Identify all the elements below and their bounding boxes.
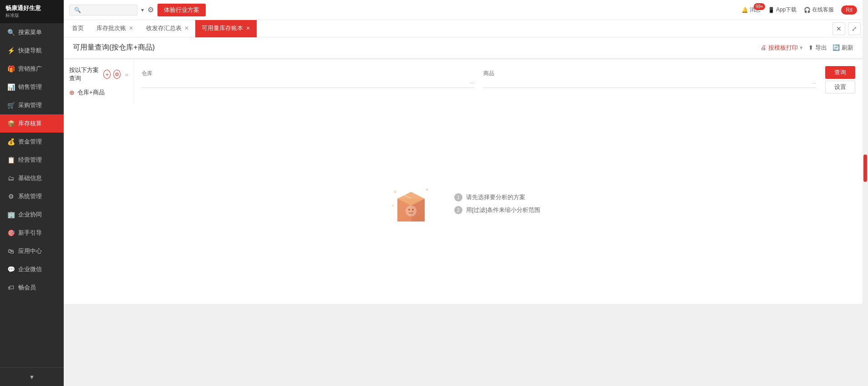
tag-icon: 🏷 [7, 284, 15, 291]
tab-close-icon[interactable]: ✕ [184, 25, 189, 31]
warehouse-more-icon[interactable]: ··· [470, 80, 474, 86]
scheme-settings-button[interactable]: ⚙ [113, 70, 121, 79]
right-filter-panel: 仓库 ··· 商品 ··· [134, 60, 863, 103]
warehouse-input-wrap: ··· [142, 79, 474, 88]
money-icon: 💰 [7, 138, 15, 145]
topbar-right: 🔔 消息 99+ 📱 App下载 🎧 在线客服 Rit [741, 5, 857, 15]
right-scrollbar [863, 0, 868, 386]
industry-button[interactable]: 体验行业方案 [157, 4, 206, 16]
sidebar-item-wechat[interactable]: 💬 企业微信 [0, 260, 64, 278]
query-scheme-label: 按以下方案查询 [69, 66, 101, 82]
product-label: 商品 [483, 70, 816, 77]
refresh-button[interactable]: 🔄 刷新 [832, 44, 853, 52]
product-input[interactable] [483, 79, 812, 86]
app-label: App下载 [776, 6, 797, 14]
topbar-dropdown[interactable]: ▾ [141, 7, 144, 13]
search-icon: 🔍 [74, 7, 81, 13]
target-icon: 🎯 [7, 229, 15, 237]
sidebar-scroll: 🔍 搜索菜单 ⚡ 快捷导航 🎁 营销推广 📊 销售管理 🛒 采购管理 📦 库存核… [0, 23, 64, 367]
sidebar-item-member[interactable]: 🏷 畅会员 [0, 278, 64, 297]
settings-button[interactable]: 设置 [825, 81, 855, 93]
page-header: 可用量查询(按仓库+商品) 🖨 按模板打印 ▾ ⬆ 导出 🔄 刷新 [64, 37, 863, 58]
sidebar-item-basic[interactable]: 🗂 基础信息 [0, 169, 64, 187]
sidebar-item-label: 库存核算 [18, 119, 42, 128]
query-button[interactable]: 查询 [825, 66, 855, 79]
sidebar-item-label: 新手引导 [18, 229, 42, 237]
product-more-icon[interactable]: ··· [812, 80, 816, 86]
print-icon: 🖨 [761, 44, 766, 51]
topbar-search[interactable]: 🔍 [69, 5, 137, 15]
hint-text-1: 请先选择要分析的方案 [466, 193, 525, 201]
tab-label: 收发存汇总表 [146, 24, 182, 32]
svg-point-5 [406, 206, 416, 216]
svg-point-6 [408, 209, 410, 211]
tab-available-ledger[interactable]: 可用量库存账本 ✕ [195, 20, 257, 37]
sidebar-item-label: 基础信息 [18, 174, 42, 182]
sidebar-item-label: 营销推广 [18, 65, 42, 73]
tab-close-icon[interactable]: ✕ [129, 25, 133, 31]
collapse-icon[interactable]: « [125, 71, 128, 78]
left-scheme-panel: 按以下方案查询 + ⚙ « ⊕ 仓库+商品 [64, 60, 134, 103]
empty-hints: 1 请先选择要分析的方案 2 用[过滤]条件来缩小分析范围 [454, 193, 540, 214]
sidebar-item-operation[interactable]: 📋 经营管理 [0, 151, 64, 169]
gift-icon: 🎁 [7, 65, 15, 72]
empty-state-area: 1 请先选择要分析的方案 2 用[过滤]条件来缩小分析范围 [64, 103, 863, 304]
customer-service-button[interactable]: 🎧 在线客服 [804, 6, 834, 14]
template-print-button[interactable]: 🖨 按模板打印 ▾ [761, 44, 803, 52]
tab-batch-ledger[interactable]: 库存批次账 ✕ [90, 20, 140, 37]
sidebar-item-label: 资金管理 [18, 138, 42, 146]
sidebar-header: 畅康通好生意 标准版 [0, 0, 64, 23]
sidebar-item-app-center[interactable]: 🛍 应用中心 [0, 242, 64, 260]
sidebar-item-enterprise[interactable]: 🏢 企业协同 [0, 206, 64, 224]
sidebar-item-sales[interactable]: 📊 销售管理 [0, 78, 64, 96]
empty-state-content: 1 请先选择要分析的方案 2 用[过滤]条件来缩小分析范围 [386, 178, 540, 230]
app-download-button[interactable]: 📱 App下载 [768, 6, 797, 14]
tab-label: 首页 [72, 24, 84, 32]
tab-label: 库存批次账 [96, 24, 126, 32]
template-print-label: 按模板打印 [768, 44, 798, 52]
close-tab-button[interactable]: ✕ [832, 22, 845, 35]
scrollbar-thumb[interactable] [863, 154, 867, 182]
phone-icon: 📱 [768, 7, 775, 13]
sidebar-item-label: 快捷导航 [18, 46, 42, 55]
combined-panel: 按以下方案查询 + ⚙ « ⊕ 仓库+商品 仓库 [64, 60, 863, 103]
tabs-bar: 首页 库存批次账 ✕ 收发存汇总表 ✕ 可用量库存账本 ✕ ✕ ⤢ [64, 20, 863, 37]
add-scheme-button[interactable]: + [103, 70, 111, 79]
sidebar-item-inventory[interactable]: 📦 库存核算 [0, 114, 64, 133]
box-icon: 📦 [7, 120, 15, 127]
hint-number-1: 1 [454, 193, 462, 201]
message-button[interactable]: 🔔 消息 99+ [741, 6, 761, 14]
sidebar-item-finance[interactable]: 💰 资金管理 [0, 133, 64, 151]
sidebar-item-marketing[interactable]: 🎁 营销推广 [0, 60, 64, 78]
tab-home[interactable]: 首页 [66, 20, 90, 37]
scheme-item-warehouse-product[interactable]: ⊕ 仓库+商品 [64, 85, 134, 100]
hint-text-2: 用[过滤]条件来缩小分析范围 [466, 206, 540, 214]
cart-icon: 🛒 [7, 102, 15, 109]
svg-point-9 [426, 189, 428, 190]
chart-icon: 📊 [7, 83, 15, 91]
bell-icon: 🔔 [741, 7, 748, 13]
folder-icon: 🗂 [7, 175, 15, 182]
sidebar-scroll-down[interactable]: ▼ [0, 371, 64, 382]
sidebar-item-system[interactable]: ⚙ 系统管理 [0, 187, 64, 206]
lsp-header: 按以下方案查询 + ⚙ « [64, 63, 134, 85]
sidebar-item-purchase[interactable]: 🛒 采购管理 [0, 96, 64, 114]
export-button[interactable]: ⬆ 导出 [808, 44, 827, 52]
product-field: 商品 ··· [483, 70, 816, 88]
filter-row: 仓库 ··· 商品 ··· [142, 64, 855, 93]
tab-label: 可用量库存账本 [202, 24, 243, 32]
hint-item-1: 1 请先选择要分析的方案 [454, 193, 540, 201]
tab-close-icon[interactable]: ✕ [246, 25, 250, 31]
building-icon: 🏢 [7, 211, 15, 218]
sidebar-item-quick-nav[interactable]: ⚡ 快捷导航 [0, 41, 64, 60]
page-title: 可用量查询(按仓库+商品) [73, 43, 155, 52]
topbar-gear-icon[interactable]: ⚙ [147, 5, 154, 14]
warehouse-input[interactable] [142, 79, 470, 86]
sidebar-item-label: 企业协同 [18, 211, 42, 219]
maximize-button[interactable]: ⤢ [848, 22, 861, 35]
sidebar-item-search[interactable]: 🔍 搜索菜单 [0, 23, 64, 41]
user-avatar[interactable]: Rit [841, 5, 857, 15]
sidebar-item-guide[interactable]: 🎯 新手引导 [0, 224, 64, 242]
tab-recv-summary[interactable]: 收发存汇总表 ✕ [140, 20, 195, 37]
page-content: 可用量查询(按仓库+商品) 🖨 按模板打印 ▾ ⬆ 导出 🔄 刷新 [64, 37, 863, 386]
